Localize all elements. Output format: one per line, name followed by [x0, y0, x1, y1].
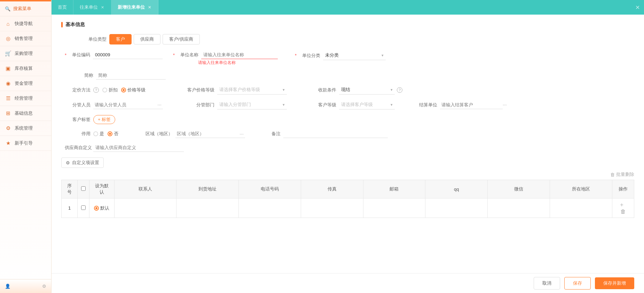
settlement-input[interactable] — [440, 101, 501, 109]
th-contact: 联系人 — [114, 180, 176, 198]
batch-delete-label[interactable]: 批量删除 — [616, 171, 634, 178]
save-button[interactable]: 保存 — [564, 277, 591, 290]
th-wechat: 微信 — [488, 180, 550, 198]
cell-region[interactable] — [550, 198, 612, 218]
payment-terms-select[interactable]: 现结 ▾ — [339, 85, 395, 95]
settlement-unit-field: 结算单位 ··· — [416, 101, 503, 109]
tab-home[interactable]: 首页 — [52, 0, 73, 15]
discount-label: 折扣 — [109, 87, 118, 93]
category-select[interactable]: 未分类 ▾ — [323, 51, 386, 60]
no-label: 否 — [114, 131, 118, 137]
cell-email[interactable] — [363, 198, 425, 218]
category-value: 未分类 — [325, 52, 380, 58]
dept-select[interactable]: 请输入分管部门 ▾ — [217, 100, 287, 109]
pricing-price-level[interactable]: 价格等级 — [121, 87, 146, 93]
phone-input[interactable] — [242, 205, 297, 211]
th-default: 设为默认 — [89, 180, 115, 198]
tab-new-partner-close[interactable]: ✕ — [147, 5, 152, 10]
customer-price-level-placeholder: 请选择客户价格等级 — [219, 87, 281, 93]
region-label: 区域（地区） — [145, 131, 173, 137]
supplier-custom-input[interactable] — [93, 144, 184, 152]
contacts-table: 序号 设为默认 联系人 到货地址 电话号码 传真 邮箱 qq 微信 所在地区 操… — [61, 180, 634, 218]
delete-row-icon[interactable]: 🗑 — [620, 209, 626, 214]
chevron-down-icon: ▾ — [391, 88, 393, 92]
table-row: 1 默认 — [62, 198, 634, 218]
remarks-input[interactable] — [283, 130, 388, 138]
tab-partners[interactable]: 往来单位 ✕ — [73, 0, 111, 15]
region-table-input[interactable] — [553, 205, 608, 211]
qq-input[interactable] — [429, 205, 484, 211]
customer-level-select[interactable]: 请选择客户等级 ▾ — [339, 100, 395, 109]
custom-settings-button[interactable]: ⚙ 自定义项设置 — [61, 157, 104, 168]
code-label: 单位编码 — [69, 52, 90, 58]
tab-new-partner[interactable]: 新增往来单位 ✕ — [111, 0, 158, 15]
payment-terms-help-icon[interactable]: ? — [397, 87, 402, 93]
email-input[interactable] — [367, 205, 422, 211]
region-field: 区域（地区） ··· — [145, 130, 256, 138]
region-input[interactable] — [175, 130, 238, 138]
settings-icon[interactable]: ⚙ — [42, 284, 46, 289]
default-radio-item[interactable]: 默认 — [93, 205, 111, 211]
unit-btn-supplier[interactable]: 供应商 — [134, 34, 160, 44]
cell-address[interactable] — [176, 198, 239, 218]
cancel-button[interactable]: 取消 — [534, 277, 560, 290]
pricing-help-icon[interactable]: ? — [93, 87, 99, 93]
pricing-discount[interactable]: 折扣 — [102, 87, 118, 93]
price-level-radio — [121, 88, 126, 92]
code-input[interactable] — [93, 51, 163, 59]
sidebar-item-quick-nav[interactable]: ⌂ 快捷导航 — [0, 16, 51, 31]
add-row-icon[interactable]: ＋ — [619, 202, 625, 207]
th-region: 所在地区 — [550, 180, 612, 198]
no-radio — [108, 131, 112, 136]
dept-label: 分管部门 — [187, 102, 214, 108]
table-section: ⚙ 自定义项设置 🗑 批量删除 序号 设为默认 联系人 到货地址 电话号码 传真 — [61, 157, 634, 218]
cell-wechat[interactable] — [488, 198, 550, 218]
sidebar-item-sales[interactable]: ◎ 销售管理 — [0, 31, 51, 46]
customer-price-level-select[interactable]: 请选择客户价格等级 ▾ — [217, 85, 287, 95]
row-checkbox[interactable] — [81, 205, 86, 210]
tab-partners-close[interactable]: ✕ — [100, 5, 105, 10]
sidebar-item-system[interactable]: ⚙ 系统管理 — [0, 121, 51, 136]
settlement-dots-btn[interactable]: ··· — [501, 102, 508, 107]
footer-bar: 取消 保存 保存并新增 — [52, 273, 644, 293]
cell-checkbox[interactable] — [78, 198, 89, 218]
sidebar-search[interactable]: 🔍 搜索菜单 — [0, 1, 51, 16]
manager-input[interactable] — [93, 101, 156, 109]
sidebar-item-basic[interactable]: ⊞ 基础信息 — [0, 106, 51, 121]
customer-price-level-field: 客户价格等级 请选择客户价格等级 ▾ — [187, 85, 305, 95]
sidebar-item-label: 快捷导航 — [15, 21, 33, 27]
abbr-row: 简称 — [65, 71, 634, 80]
fax-input[interactable] — [305, 205, 360, 211]
cell-fax[interactable] — [301, 198, 363, 218]
sidebar-item-operations[interactable]: ☰ 经营管理 — [0, 91, 51, 106]
disable-yes[interactable]: 是 — [93, 131, 104, 137]
sidebar-item-guide[interactable]: ★ 新手引导 — [0, 136, 51, 151]
wechat-input[interactable] — [491, 205, 546, 211]
save-new-button[interactable]: 保存并新增 — [595, 277, 634, 289]
th-seq: 序号 — [62, 180, 78, 198]
main-area: 首页 往来单位 ✕ 新增往来单位 ✕ ✕ 基本信息 单位类型 客户 供应商 客户… — [52, 0, 644, 293]
region-dots-btn[interactable]: ··· — [238, 131, 245, 137]
select-all-checkbox[interactable] — [81, 186, 86, 191]
section-icon — [61, 22, 63, 27]
sidebar-item-purchase[interactable]: 🛒 采购管理 — [0, 46, 51, 61]
name-input[interactable] — [201, 51, 278, 59]
cell-qq[interactable] — [425, 198, 488, 218]
abbr-input[interactable] — [96, 71, 166, 80]
chevron-down-icon: ▾ — [382, 53, 384, 58]
cell-contact[interactable] — [114, 198, 176, 218]
unit-btn-both[interactable]: 客户/供应商 — [163, 34, 200, 44]
disable-field: 停用 是 否 — [65, 131, 134, 137]
unit-btn-customer[interactable]: 客户 — [109, 34, 132, 44]
manager-dots-btn[interactable]: ··· — [156, 102, 163, 107]
add-tag-button[interactable]: + 标签 — [93, 115, 115, 124]
sidebar-item-finance[interactable]: ◉ 资金管理 — [0, 76, 51, 91]
contact-input[interactable] — [118, 205, 173, 211]
disable-no[interactable]: 否 — [108, 131, 118, 137]
sidebar-item-inventory[interactable]: ▣ 库存核算 — [0, 61, 51, 76]
tags-row: 客户标签 + 标签 — [65, 115, 634, 124]
cell-phone[interactable] — [239, 198, 301, 218]
close-all-tabs[interactable]: ✕ — [635, 4, 640, 11]
abbr-field: 简称 — [65, 71, 166, 80]
address-input[interactable] — [180, 205, 235, 211]
